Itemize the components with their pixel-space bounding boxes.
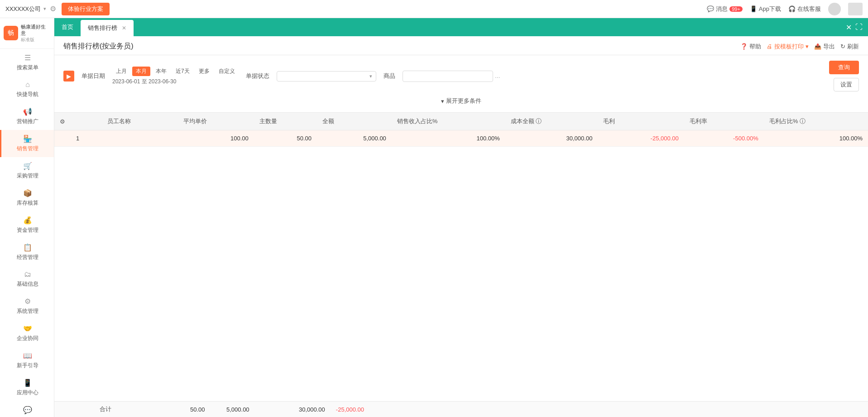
help-icon: ❓ [740, 43, 748, 50]
guide-icon: 📖 [23, 351, 32, 360]
tab-bar: 首页 销售排行榜 ✕ ✕ ⛶ [54, 18, 868, 36]
table-header: ⚙ 员工名称 平均单价 主数量 全额 销售收入占比% 成本全额 ⓘ 毛利 毛利率… [54, 113, 868, 130]
print-dropdown-icon: ▾ [806, 43, 809, 50]
filter-expand-row: ▾ 展开更多条件 [63, 95, 859, 107]
sidebar-item-system[interactable]: ⚙ 系统管理 [0, 292, 54, 320]
goods-filter-label: 商品 [384, 72, 395, 80]
sidebar-item-marketing[interactable]: 📢 营销推广 [0, 103, 54, 130]
sidebar-label-search: 搜索菜单 [17, 64, 38, 72]
sidebar-label-sales: 销售管理 [17, 145, 38, 153]
sidebar-item-app-center[interactable]: 📱 应用中心 [0, 374, 54, 401]
refresh-icon: ↻ [840, 43, 845, 50]
logo-tag: 标准版 [21, 37, 50, 43]
app-download-btn[interactable]: 📱 App下载 [750, 5, 781, 13]
col-qty: 主数量 [254, 113, 317, 130]
app-center-icon: 📱 [23, 379, 32, 387]
search-menu-icon: ☰ [24, 53, 31, 62]
sidebar-label-app-center: 应用中心 [17, 389, 38, 397]
table-container: ⚙ 员工名称 平均单价 主数量 全额 销售收入占比% 成本全额 ⓘ 毛利 毛利率… [54, 113, 868, 401]
export-btn[interactable]: 📤 导出 [814, 43, 835, 51]
sidebar-label-finance: 资金管理 [17, 226, 38, 234]
operations-icon: 📋 [23, 243, 32, 252]
sidebar-item-sales[interactable]: 🏪 销售管理 [0, 130, 54, 157]
sidebar-item-basic-info[interactable]: 🗂 基础信息 [0, 266, 54, 292]
sidebar-item-guide[interactable]: 📖 新手引导 [0, 347, 54, 374]
col-sales-pct: 销售收入占比% [392, 113, 505, 130]
sidebar-logo: 畅 畅康通好生意 标准版 [0, 18, 54, 49]
date-opt-custom[interactable]: 自定义 [215, 67, 239, 76]
sidebar-label-system: 系统管理 [17, 307, 38, 315]
main-layout: 畅 畅康通好生意 标准版 ☰ 搜索菜单 ⌂ 快捷导航 📢 营销推广 🏪 销售管理… [0, 18, 868, 417]
settings-btn[interactable]: 设置 [834, 78, 859, 91]
refresh-btn[interactable]: ↻ 刷新 [840, 43, 859, 51]
template-print-label: 按模板打印 [774, 43, 804, 51]
message-badge: 99+ [729, 6, 743, 12]
table-row: 1 100.00 50.00 5,000.00 100.00% 30,000.0… [54, 130, 868, 147]
sidebar-label-purchase: 采购管理 [17, 172, 38, 180]
settings-icon[interactable]: ⚙ [50, 5, 56, 13]
sidebar-item-quick-nav[interactable]: ⌂ 快捷导航 [0, 76, 54, 103]
table-footer: 合计 50.00 5,000.00 30,000.00 -25,000.00 [54, 401, 868, 417]
table-body: 1 100.00 50.00 5,000.00 100.00% 30,000.0… [54, 130, 868, 147]
page-header-actions: ❓ 帮助 🖨 按模板打印 ▾ 📤 导出 ↻ 刷新 [740, 43, 859, 51]
date-opt-more[interactable]: 更多 [195, 67, 213, 76]
sidebar-item-operations[interactable]: 📋 经营管理 [0, 239, 54, 266]
app-icon: 📱 [750, 5, 757, 12]
cell-settings [54, 130, 71, 147]
goods-input[interactable] [403, 71, 493, 82]
export-icon: 📤 [814, 43, 821, 50]
online-service-btn[interactable]: 🎧 在线客服 [788, 5, 821, 13]
goods-more-icon[interactable]: … [495, 73, 500, 79]
sidebar-item-finance[interactable]: 💰 资金管理 [0, 211, 54, 239]
help-label: 帮助 [749, 43, 761, 51]
col-settings[interactable]: ⚙ [54, 113, 71, 130]
expand-conditions-btn[interactable]: ▾ 展开更多条件 [441, 97, 481, 105]
user-menu[interactable] [848, 3, 863, 15]
template-print-btn[interactable]: 🖨 按模板打印 ▾ [767, 43, 809, 51]
trial-btn[interactable]: 体验行业方案 [62, 3, 110, 15]
sidebar-label-guide: 新手引导 [17, 362, 38, 369]
tab-bar-right: ✕ ⛶ [846, 23, 868, 32]
home-tab-label: 首页 [62, 23, 73, 31]
footer-amount: 5,000.00 [221, 406, 257, 413]
sidebar-item-enterprise[interactable]: 🤝 企业协同 [0, 320, 54, 347]
sidebar-item-inventory[interactable]: 📦 库存核算 [0, 184, 54, 211]
message-btn[interactable]: 💬 消息 99+ [707, 5, 743, 13]
top-bar: XXXXXX公司 ▾ ⚙ 体验行业方案 💬 消息 99+ 📱 App下载 🎧 在… [0, 0, 868, 18]
date-opt-this-month[interactable]: 本月 [132, 67, 150, 76]
sidebar-label-quick-nav: 快捷导航 [17, 91, 38, 98]
tab-home[interactable]: 首页 [54, 18, 81, 36]
avatar[interactable] [828, 3, 841, 15]
date-opt-7days[interactable]: 近7天 [172, 67, 193, 76]
filter-main-row: ▶ 单据日期 上月 本月 本年 近7天 更多 自定义 2023-06-01 至 … [63, 61, 859, 91]
cell-sales-pct: 100.00% [392, 130, 505, 147]
sidebar-item-wechat[interactable]: 💬 企业微信 [0, 401, 54, 417]
message-label: 消息 [716, 5, 728, 13]
online-service-label: 在线客服 [797, 5, 821, 13]
sidebar-item-purchase[interactable]: 🛒 采购管理 [0, 157, 54, 184]
tab-sales-rank[interactable]: 销售排行榜 ✕ [81, 20, 134, 36]
tab-minimize-icon[interactable]: ✕ [846, 23, 852, 32]
footer-qty: 50.00 [185, 406, 221, 413]
date-opt-this-year[interactable]: 本年 [152, 67, 170, 76]
help-btn[interactable]: ❓ 帮助 [740, 43, 761, 51]
basic-info-icon: 🗂 [24, 270, 31, 278]
print-icon: 🖨 [767, 43, 772, 50]
status-select[interactable]: ▾ [277, 71, 376, 81]
logo-text-wrap: 畅康通好生意 标准版 [21, 24, 50, 43]
company-name: XXXXXX公司 [5, 5, 41, 13]
footer-total-label: 合计 [94, 405, 149, 413]
sidebar-item-search[interactable]: ☰ 搜索菜单 [0, 49, 54, 76]
col-avg-price: 平均单价 [178, 113, 254, 130]
cell-employee [102, 130, 178, 147]
col-gross: 毛利 [598, 113, 684, 130]
filter-toggle-btn[interactable]: ▶ [63, 71, 74, 81]
tab-close-icon[interactable]: ✕ [122, 25, 126, 31]
col-amount: 全额 [317, 113, 392, 130]
page-content: 销售排行榜(按业务员) ❓ 帮助 🖨 按模板打印 ▾ 📤 导出 [54, 36, 868, 417]
tab-expand-icon[interactable]: ⛶ [855, 23, 863, 31]
query-btn[interactable]: 查询 [829, 61, 859, 74]
date-opt-last-month[interactable]: 上月 [112, 67, 130, 76]
company-selector[interactable]: XXXXXX公司 ▾ [5, 5, 46, 13]
finance-icon: 💰 [23, 216, 32, 225]
